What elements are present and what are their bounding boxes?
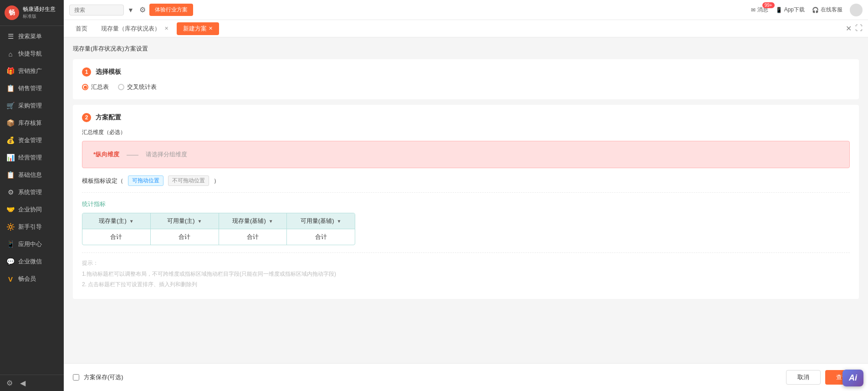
avatar[interactable]: [850, 4, 863, 16]
stats-col-3-label: 可用量(基辅): [301, 217, 334, 225]
stats-table: 现存量(主) ▼ 可用量(主) ▼ 现存量(基辅) ▼: [82, 213, 355, 245]
dimension-dash: ——: [127, 151, 138, 158]
tips-item-1: 2. 点击标题栏下拉可设置排序、插入列和删除列: [82, 280, 850, 289]
sidebar-item-search-menu[interactable]: ☰ 搜索菜单: [0, 28, 64, 45]
marketing-icon: 🎁: [6, 67, 15, 75]
tab-inventory-status-close[interactable]: ✕: [163, 26, 169, 32]
online-service-button[interactable]: 🎧 在线客服: [812, 6, 842, 14]
logo-icon: 畅: [5, 5, 19, 20]
app-center-icon: 📱: [6, 240, 15, 248]
tab-new-scheme-label: 新建方案: [183, 25, 207, 33]
ai-badge[interactable]: Ai: [842, 370, 863, 386]
stats-col-0: 现存量(主) ▼: [82, 213, 151, 229]
bottom-bar: 方案保存(可选) 取消 查询: [64, 363, 868, 391]
sidebar-item-system[interactable]: ⚙ 系统管理: [0, 184, 64, 201]
step2-num: 2: [82, 113, 91, 122]
message-button[interactable]: ✉ 消息 99+: [751, 6, 768, 14]
vertical-dim-label: *纵向维度: [93, 150, 119, 159]
sidebar-item-label: 库存核算: [18, 119, 42, 127]
topbar-right: ✉ 消息 99+ 📱 App下载 🎧 在线客服: [751, 4, 863, 16]
step1-card: 1 选择模板 汇总表 交叉统计表: [73, 59, 859, 99]
tab-inventory-status[interactable]: 现存量（库存状况表） ✕: [95, 20, 176, 37]
stats-col-1-dropdown[interactable]: ▼: [198, 219, 202, 224]
radio-cross-circle: [118, 84, 124, 90]
sidebar-item-marketing[interactable]: 🎁 营销推广: [0, 62, 64, 80]
sidebar-item-label: 营销推广: [18, 67, 42, 75]
sidebar-item-member[interactable]: V 畅会员: [0, 270, 64, 288]
tab-home[interactable]: 首页: [69, 20, 94, 37]
search-input[interactable]: [69, 5, 124, 15]
stats-col-1: 可用量(主) ▼: [151, 213, 219, 229]
sidebar-item-inventory[interactable]: 📦 库存核算: [0, 114, 64, 132]
stats-col-0-dropdown[interactable]: ▼: [129, 219, 134, 224]
app-sub: 标准版: [23, 13, 56, 20]
step1-header: 1 选择模板: [82, 67, 850, 77]
indicator-settings-suffix: ）: [214, 177, 220, 185]
sidebar-item-label: 快捷导航: [18, 50, 42, 58]
dimension-placeholder: 请选择分组维度: [146, 150, 187, 159]
sidebar-item-app-center[interactable]: 📱 应用中心: [0, 236, 64, 253]
sidebar-item-finance[interactable]: 💰 资金管理: [0, 132, 64, 149]
sidebar-item-sales[interactable]: 📋 销售管理: [0, 80, 64, 97]
sidebar-item-purchase[interactable]: 🛒 采购管理: [0, 97, 64, 114]
tips-section: 提示： 1.拖动标题栏可以调整布局，不可跨维度或指标区域拖动栏目字段(只能在同一…: [82, 252, 850, 289]
stats-col-1-label: 可用量(主): [167, 217, 195, 225]
sidebar-item-label: 经营管理: [18, 154, 42, 162]
app-download-label: App下载: [784, 6, 805, 14]
stats-col-3-dropdown[interactable]: ▼: [337, 219, 342, 224]
sidebar-item-label: 企业微信: [18, 257, 42, 266]
sidebar-footer: ⚙ ◀: [0, 375, 64, 391]
sidebar-item-label: 新手引导: [18, 223, 42, 231]
sidebar-item-label: 资金管理: [18, 136, 42, 144]
sidebar-item-wechat[interactable]: 💬 企业微信: [0, 253, 64, 270]
expand-icon[interactable]: ⛶: [855, 24, 863, 33]
tab-inventory-status-label: 现存量（库存状况表）: [101, 25, 160, 33]
step1-num: 1: [82, 67, 91, 77]
sidebar-item-basic-info[interactable]: 📋 基础信息: [0, 166, 64, 184]
step2-header: 2 方案配置: [82, 113, 850, 122]
service-icon: 🎧: [812, 7, 819, 13]
stats-data-3: 合计: [287, 229, 355, 245]
sidebar-item-label: 搜索菜单: [18, 32, 42, 41]
sidebar-item-new-guide[interactable]: 🔆 新手引导: [0, 218, 64, 236]
sidebar-item-management[interactable]: 📊 经营管理: [0, 149, 64, 166]
indicator-settings-label: 模板指标设定（: [82, 177, 123, 185]
system-icon: ⚙: [6, 188, 15, 196]
sidebar-item-cooperation[interactable]: 🤝 企业协同: [0, 201, 64, 218]
tab-new-scheme-close[interactable]: ✕: [209, 26, 213, 31]
sidebar-item-quick-nav[interactable]: ⌂ 快捷导航: [0, 45, 64, 62]
sidebar-item-label: 企业协同: [18, 206, 42, 214]
basic-info-icon: 📋: [6, 171, 15, 179]
stats-col-2: 现存量(基辅) ▼: [219, 213, 287, 229]
tabs-right-actions: ✕ ⛶: [846, 24, 863, 33]
app-download-button[interactable]: 📱 App下载: [776, 6, 805, 14]
tips-item-0: 1.拖动标题栏可以调整布局，不可跨维度或指标区域拖动栏目字段(只能在同一维度或指…: [82, 270, 850, 278]
collapse-icon[interactable]: ◀: [20, 379, 26, 387]
main-area: ▼ ⚙ 体验行业方案 ✉ 消息 99+ 📱 App下载 🎧 在线客服 首页: [64, 0, 868, 391]
cancel-button[interactable]: 取消: [786, 370, 821, 385]
gear-icon[interactable]: ⚙: [139, 5, 146, 14]
radio-cross-label: 交叉统计表: [127, 83, 157, 91]
dropdown-button[interactable]: ▼: [128, 6, 134, 14]
trial-industry-button[interactable]: 体验行业方案: [149, 4, 193, 16]
sidebar-item-label: 采购管理: [18, 102, 42, 110]
radio-cross[interactable]: 交叉统计表: [118, 83, 157, 91]
step2-card: 2 方案配置 汇总维度（必选） *纵向维度 —— 请选择分组维度 模板指标设定（…: [73, 105, 859, 299]
page-title: 现存量(库存状况表)方案设置: [73, 45, 859, 53]
save-checkbox[interactable]: [73, 374, 79, 381]
settings-icon[interactable]: ⚙: [6, 379, 13, 387]
stats-data-2: 合计: [219, 229, 287, 245]
stats-col-2-dropdown[interactable]: ▼: [269, 219, 273, 224]
sidebar-logo: 畅 畅康通好生意 标准版: [0, 0, 64, 26]
radio-summary[interactable]: 汇总表: [82, 83, 109, 91]
stats-data-1: 合计: [151, 229, 219, 245]
tab-new-scheme[interactable]: 新建方案 ✕: [177, 22, 219, 35]
sidebar-item-label: 畅会员: [18, 275, 36, 283]
inventory-icon: 📦: [6, 119, 15, 127]
topbar: ▼ ⚙ 体验行业方案 ✉ 消息 99+ 📱 App下载 🎧 在线客服: [64, 0, 868, 20]
quick-nav-icon: ⌂: [6, 50, 15, 58]
close-window-icon[interactable]: ✕: [846, 24, 852, 33]
draggable-tag: 可拖动位置: [128, 175, 163, 186]
summary-dim-label: 汇总维度（必选）: [82, 129, 850, 136]
non-draggable-tag: 不可拖动位置: [168, 175, 209, 186]
